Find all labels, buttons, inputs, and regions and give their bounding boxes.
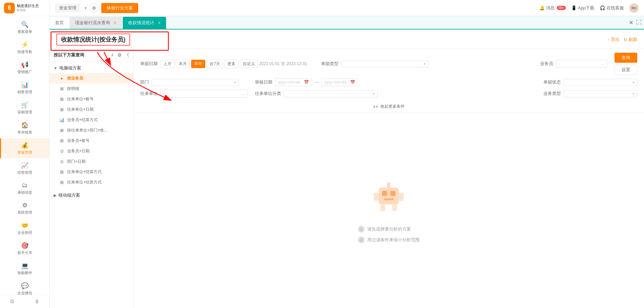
basic-info-icon: 🗂 [22,182,28,189]
sidebar-item-label: 销售管理 [17,90,32,95]
voucher-type-select[interactable]: ▾ [341,60,428,67]
collapse-bar[interactable]: ∧∧ 收起更多条件 [133,101,644,112]
scheme-item-unit-dept-collection[interactable]: ⊞ 按往来单位+部门+收... [50,125,133,136]
sidebar-item-operation[interactable]: 📈 经营管理 [0,158,49,178]
sidebar-logo: 6 畅捷通好生意 标准版 [0,0,49,16]
export-label: 导出 [611,37,620,43]
sidebar-item-sales[interactable]: 📊 销售管理 [0,78,49,98]
sidebar-item-label: 采购管理 [17,110,32,115]
scheme-item-by-salesperson[interactable]: ● 按业务员 [50,73,133,84]
mobile-group-header[interactable]: ▶ 移动端方案 [50,190,133,200]
date-this-month-btn[interactable]: 本月 [176,60,190,68]
scheme-item-dept-date[interactable]: ⊙ 部门+日期 [50,156,133,167]
partner-select[interactable]: ... [160,90,248,98]
salesperson-date-icon: ⊙ [59,149,64,154]
sidebar-item-label: 资金管理 [17,150,32,155]
unit-dept-icon: ⊞ [59,128,64,133]
refresh-icon: ↻ [624,37,627,42]
header-right: 🔔 消息 99+ 📱 App下载 🎧 在线客服 Rit [539,3,639,13]
sidebar-item-enterprise[interactable]: 🤝 企业协同 [0,218,49,239]
date-prev-month-btn[interactable]: 上月 [160,60,174,68]
partner-dots[interactable]: ... [241,91,245,96]
export-button[interactable]: ↑ 导出 [607,37,620,43]
sidebar-item-marketing[interactable]: 📢 营销推广 [0,58,49,78]
right-panel: 单据日期 上月 本月 本年 近7天 更多 自定义 2023-01-01 至 20… [133,49,644,308]
refresh-button[interactable]: ↻ 刷新 [624,37,637,43]
app-download-button[interactable]: 📱 App下载 [571,5,594,11]
notification-button[interactable]: 🔔 消息 99+ [539,5,566,11]
scheme-item-salesperson-date[interactable]: ⊙ 业务员+日期 [50,146,133,156]
date-dash: — [315,80,319,85]
scheme-item-by-detail[interactable]: ⊞ 按明细 [50,84,133,94]
salesperson-select[interactable]: ... [556,60,607,68]
empty-tip-1: 1 请先选择要分析的方案 [358,226,420,233]
salesperson-dots[interactable]: ... [601,61,604,66]
sidebar-item-search-menu[interactable]: 🔍 搜索菜单 [0,17,49,38]
scheme-item-unit-account[interactable]: ⊞ 往来单位+账号 [50,94,133,104]
svg-rect-1 [382,191,387,196]
scheme-item-unit-date[interactable]: ⊞ 往来单位+日期 [50,104,133,115]
collapse-icon[interactable]: ⏸ [34,299,40,305]
review-date-to-input[interactable]: yyyy-mm-dd 📅 [321,78,358,86]
salesperson-settlement-icon: 📊 [59,117,64,122]
scheme-item-salesperson-account[interactable]: ⊞ 业务员+账号 [50,136,133,146]
settings-gear-button[interactable]: ⚙ [89,3,99,13]
tab-maximize-icon[interactable]: ⛶ [636,19,641,25]
date-custom-btn[interactable]: 自定义 [240,60,258,68]
dept-select[interactable]: ▾ [152,79,239,86]
sidebar-item-inventory[interactable]: 🏠 库存核算 [0,118,49,138]
settings-bottom-icon[interactable]: ⚙ [10,298,14,305]
collapse-panel-icon[interactable]: 《 [124,52,129,58]
review-date-to-text: yyyy-mm-dd [324,80,346,85]
service-icon: 🎧 [600,5,605,10]
sidebar-item-finance[interactable]: 💰 资金管理 [0,138,49,158]
settings-button[interactable]: 设置 [614,65,637,75]
sidebar-bottom: ⚙ ⏸ [0,295,49,308]
scheme-item-unit-settlement1[interactable]: ⊞ 往来单位+结算方式 [50,167,133,177]
tab-home[interactable]: 首页 [50,17,69,29]
scheme-item-unit-settlement2[interactable]: ⊞ 往来单位+结算方式 [50,177,133,188]
partner-category-select[interactable]: ▾ [284,90,378,97]
inventory-icon: 🏠 [21,121,29,129]
body-layout: 按以下方案查询 ＋ ⚙ 《 ▼ 电脑端方案 ● 按业务员 [50,49,644,308]
date-last7-btn[interactable]: 近7天 [207,60,223,68]
tab-bank-flow[interactable]: 现金银行流水查询 ✕ [70,17,122,29]
breadcrumb-dropdown-icon[interactable]: ▾ [85,6,87,10]
voucher-status-label: 单据状态 [543,79,561,85]
sidebar-item-purchase[interactable]: 🛒 采购管理 [0,98,49,118]
scheme-item-salesperson-settlement[interactable]: 📊 业务员+结算方式 [50,115,133,125]
tab-collection-stats[interactable]: 收款情况统计 ✕ [123,17,166,29]
tab-close-all-icon[interactable]: ✕ [629,19,633,26]
dept-date-icon: ⊙ [59,159,64,164]
review-date-from-input[interactable]: yyyy-mm-dd 📅 [275,78,312,86]
date-label: 单据日期 [140,61,158,67]
sidebar-item-guide[interactable]: 🎯 新手引导 [0,239,49,259]
main-content: 资金管理 ▾ ⚙ 体验行业方案 🔔 消息 99+ 📱 App下载 🎧 在线客服 … [50,0,644,308]
user-avatar[interactable]: Rit [629,3,639,13]
scheme-item-label: 按明细 [67,86,79,92]
date-more-btn[interactable]: 更多 [224,60,238,68]
desktop-scheme-group: ▼ 电脑端方案 ● 按业务员 ⊞ 按明细 ⊞ 往来单位+账号 [50,62,133,189]
unit-account-scheme-icon: ⊞ [59,97,64,102]
sidebar-item-hardware[interactable]: 💻 智能硬件 [0,259,49,279]
collection-stats-tab-close-icon[interactable]: ✕ [158,21,161,25]
empty-illustration [369,177,409,218]
bank-flow-tab-close-icon[interactable]: ✕ [113,21,116,25]
sidebar-item-wechat[interactable]: 💬 企业微信 [0,279,49,295]
query-button[interactable]: 查询 [614,53,637,63]
sidebar-item-basic-info[interactable]: 🗂 基础信息 [0,178,49,198]
app-download-icon: 📱 [571,5,577,10]
online-service-button[interactable]: 🎧 在线客服 [600,5,624,11]
add-scheme-icon[interactable]: ＋ [110,52,115,58]
panel-header-icons: ＋ ⚙ 《 [110,52,129,58]
voucher-status-select[interactable]: ▾ [564,79,637,86]
sidebar-item-quick-nav[interactable]: ⚡ 快捷导航 [0,38,49,58]
svg-rect-8 [392,204,397,211]
business-type-select[interactable]: ▾ [564,90,637,97]
desktop-group-header[interactable]: ▼ 电脑端方案 [50,63,133,73]
date-this-year-btn[interactable]: 本年 [191,60,205,68]
trial-industry-button[interactable]: 体验行业方案 [101,3,138,13]
sidebar-item-system[interactable]: ⚙ 系统管理 [0,198,49,218]
wechat-icon: 💬 [21,282,29,290]
scheme-settings-icon[interactable]: ⚙ [117,52,122,58]
